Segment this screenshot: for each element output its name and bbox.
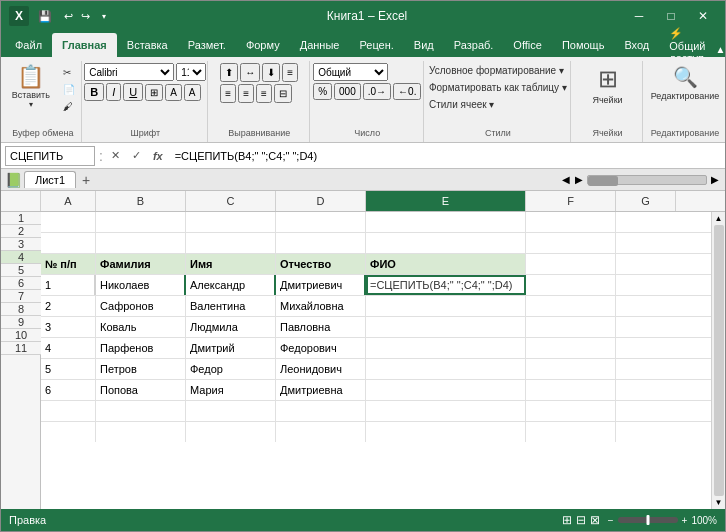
zoom-out-btn[interactable]: − xyxy=(608,515,614,526)
number-format-select[interactable]: Общий xyxy=(313,63,388,81)
cell-F7[interactable] xyxy=(526,338,616,358)
cell-G1[interactable] xyxy=(616,212,676,232)
scroll-right2-btn[interactable]: ▶ xyxy=(709,172,721,187)
cell-A11[interactable] xyxy=(41,422,96,442)
cut-btn[interactable]: ✂ xyxy=(59,65,79,80)
zoom-slider-thumb[interactable] xyxy=(646,515,649,525)
cell-D2[interactable] xyxy=(276,233,366,253)
cell-B7[interactable]: Парфенов xyxy=(96,338,186,358)
cell-E4[interactable]: =СЦЕПИТЬ(B4;" ";C4;" ";D4) xyxy=(366,275,526,295)
cell-G4[interactable] xyxy=(616,275,676,295)
scroll-left-btn[interactable]: ◀ xyxy=(560,172,572,187)
scroll-up-btn[interactable]: ▲ xyxy=(715,214,723,223)
cell-F6[interactable] xyxy=(526,317,616,337)
tab-formulas[interactable]: Форму xyxy=(236,33,290,57)
cell-G10[interactable] xyxy=(616,401,676,421)
cancel-icon[interactable]: ✕ xyxy=(107,147,124,164)
merge-btn[interactable]: ⊟ xyxy=(274,84,292,103)
row-header-9[interactable]: 9 xyxy=(1,316,41,329)
fx-icon[interactable]: fx xyxy=(149,148,167,164)
cell-A8[interactable]: 5 xyxy=(41,359,96,379)
tab-insert[interactable]: Вставка xyxy=(117,33,178,57)
cell-C9[interactable]: Мария xyxy=(186,380,276,400)
h-scroll-thumb[interactable] xyxy=(588,176,618,186)
vertical-scrollbar[interactable]: ▲ ▼ xyxy=(711,212,725,509)
zoom-in-btn[interactable]: + xyxy=(682,515,688,526)
cell-G2[interactable] xyxy=(616,233,676,253)
confirm-icon[interactable]: ✓ xyxy=(128,147,145,164)
tab-data[interactable]: Данные xyxy=(290,33,350,57)
zoom-slider[interactable] xyxy=(618,517,678,523)
cell-A5[interactable]: 2 xyxy=(41,296,96,316)
cell-F9[interactable] xyxy=(526,380,616,400)
cell-E3[interactable]: ФИО xyxy=(366,254,526,274)
cell-B2[interactable] xyxy=(96,233,186,253)
horizontal-scrollbar[interactable] xyxy=(587,175,707,185)
cell-B5[interactable]: Сафронов xyxy=(96,296,186,316)
align-middle-btn[interactable]: ↔ xyxy=(240,63,260,82)
row-header-7[interactable]: 7 xyxy=(1,290,41,303)
cell-styles-btn[interactable]: Стили ячеек ▾ xyxy=(425,97,499,112)
tab-office[interactable]: Office xyxy=(503,33,552,57)
italic-btn[interactable]: I xyxy=(106,83,121,101)
percent-btn[interactable]: % xyxy=(313,83,332,100)
col-header-A[interactable]: A xyxy=(41,191,96,211)
thousands-btn[interactable]: 000 xyxy=(334,83,361,100)
tab-file[interactable]: Файл xyxy=(5,33,52,57)
cell-F10[interactable] xyxy=(526,401,616,421)
cell-E11[interactable] xyxy=(366,422,526,442)
col-header-E[interactable]: E xyxy=(366,191,526,211)
v-scroll-thumb[interactable] xyxy=(714,225,724,496)
cell-D3[interactable]: Отчество xyxy=(276,254,366,274)
add-sheet-btn[interactable]: + xyxy=(78,172,94,188)
tab-home[interactable]: Главная xyxy=(52,33,117,57)
cell-E9[interactable] xyxy=(366,380,526,400)
cell-G6[interactable] xyxy=(616,317,676,337)
align-right-btn[interactable]: ≡ xyxy=(256,84,272,103)
cell-D7[interactable]: Федорович xyxy=(276,338,366,358)
align-bottom-btn[interactable]: ⬇ xyxy=(262,63,280,82)
fill-color-btn[interactable]: A xyxy=(165,84,182,101)
scroll-right-btn[interactable]: ▶ xyxy=(573,172,585,187)
cell-D9[interactable]: Дмитриевна xyxy=(276,380,366,400)
cell-B6[interactable]: Коваль xyxy=(96,317,186,337)
cell-B4[interactable]: Николаев xyxy=(96,275,186,295)
cell-C8[interactable]: Федор xyxy=(186,359,276,379)
cell-C3[interactable]: Имя xyxy=(186,254,276,274)
cell-B10[interactable] xyxy=(96,401,186,421)
cell-C11[interactable] xyxy=(186,422,276,442)
cell-B9[interactable]: Попова xyxy=(96,380,186,400)
cell-A3[interactable]: № п/п xyxy=(41,254,96,274)
ribbon-collapse-btn[interactable]: ▲ xyxy=(715,41,725,57)
increase-decimal-btn[interactable]: .0→ xyxy=(363,83,391,100)
decrease-decimal-btn[interactable]: ←0. xyxy=(393,83,421,100)
cell-E7[interactable] xyxy=(366,338,526,358)
row-header-3[interactable]: 3 xyxy=(1,238,41,251)
cell-C5[interactable]: Валентина xyxy=(186,296,276,316)
cell-E1[interactable] xyxy=(366,212,526,232)
cell-G5[interactable] xyxy=(616,296,676,316)
cell-D1[interactable] xyxy=(276,212,366,232)
cell-F8[interactable] xyxy=(526,359,616,379)
cell-G9[interactable] xyxy=(616,380,676,400)
cell-F5[interactable] xyxy=(526,296,616,316)
name-box[interactable] xyxy=(5,146,95,166)
conditional-format-btn[interactable]: Условное форматирование ▾ xyxy=(425,63,568,78)
cell-A6[interactable]: 3 xyxy=(41,317,96,337)
formula-input[interactable] xyxy=(171,148,721,164)
cell-C10[interactable] xyxy=(186,401,276,421)
cell-C7[interactable]: Дмитрий xyxy=(186,338,276,358)
tab-developer[interactable]: Разраб. xyxy=(444,33,504,57)
save-quick-btn[interactable]: 💾 xyxy=(35,8,55,25)
cell-E5[interactable] xyxy=(366,296,526,316)
cell-A10[interactable] xyxy=(41,401,96,421)
row-header-8[interactable]: 8 xyxy=(1,303,41,316)
cell-F3[interactable] xyxy=(526,254,616,274)
cell-B3[interactable]: Фамилия xyxy=(96,254,186,274)
cell-F2[interactable] xyxy=(526,233,616,253)
bold-btn[interactable]: B xyxy=(84,83,104,101)
row-header-2[interactable]: 2 xyxy=(1,225,41,238)
cell-A1[interactable] xyxy=(41,212,96,232)
row-header-11[interactable]: 11 xyxy=(1,342,41,355)
cell-C2[interactable] xyxy=(186,233,276,253)
